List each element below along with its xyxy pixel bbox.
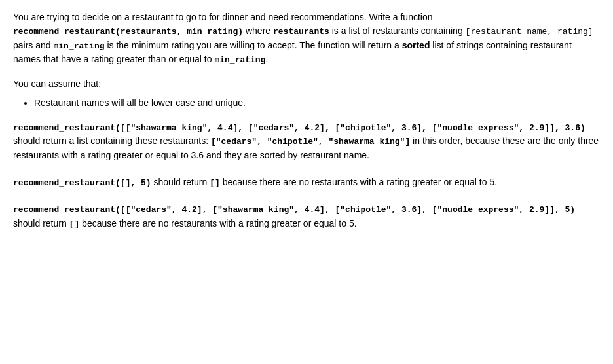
intro-paragraph: You are trying to decide on a restaurant…	[13, 10, 600, 67]
example-3-text: recommend_restaurant([["cedars", 4.2], […	[13, 202, 600, 230]
intro-text: You are trying to decide on a restaurant…	[13, 10, 600, 67]
example-1-code: recommend_restaurant([["shawarma king", …	[13, 123, 585, 133]
example-2-text: recommend_restaurant([], 5) should retur…	[13, 175, 600, 190]
example-1-text: recommend_restaurant([["shawarma king", …	[13, 120, 600, 162]
example-3: recommend_restaurant([["cedars", 4.2], […	[13, 202, 600, 230]
assumptions-header: You can assume that:	[13, 77, 600, 91]
example-2-result: []	[210, 178, 220, 188]
pair-syntax: [restaurant_name, rating]	[466, 27, 593, 37]
function-signature: recommend_restaurant(restaurants, min_ra…	[13, 27, 243, 37]
assumptions-list: Restaurant names will all be lower case …	[34, 96, 600, 110]
example-1-result: ["cedars", "chipotle", "shawarma king"]	[211, 137, 410, 147]
assumption-item: Restaurant names will all be lower case …	[34, 96, 600, 110]
restaurants-param: restaurants	[273, 27, 329, 37]
min-rating-param: min_rating	[53, 41, 104, 51]
example-2-code: recommend_restaurant([], 5)	[13, 178, 151, 188]
min-rating-ref: min_rating	[214, 55, 265, 65]
example-3-result: []	[69, 219, 80, 229]
assumptions-block: You can assume that: Restaurant names wi…	[13, 77, 600, 110]
example-1: recommend_restaurant([["shawarma king", …	[13, 120, 600, 162]
main-content: You are trying to decide on a restaurant…	[13, 10, 600, 230]
example-2: recommend_restaurant([], 5) should retur…	[13, 175, 600, 190]
example-3-code: recommend_restaurant([["cedars", 4.2], […	[13, 205, 575, 215]
sorted-label: sorted	[402, 40, 430, 50]
